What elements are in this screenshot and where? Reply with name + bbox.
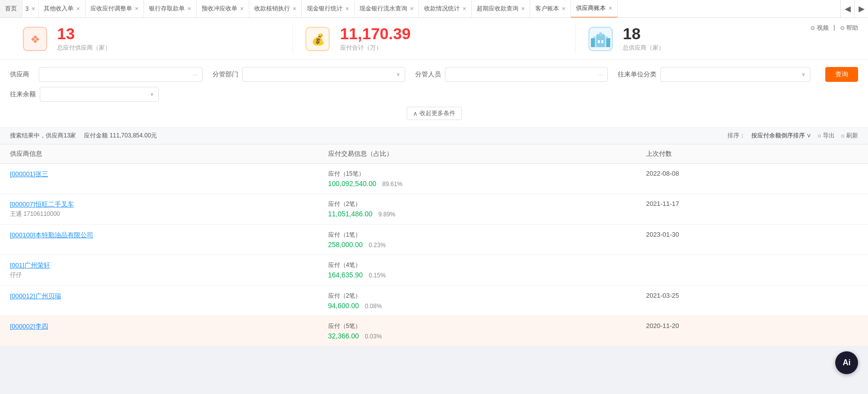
col-header-last-pay: 上次付数 — [646, 149, 858, 158]
payable-percent-4: 0.08% — [365, 303, 382, 310]
sort-select[interactable]: 按应付余额倒序排序 ∨ — [751, 131, 811, 140]
result-text-1: 搜索结果中，供应商13家 — [10, 131, 76, 140]
table: 供应商信息 应付交易信息（占比） 上次付数 [000001]张三 应付（15笔）… — [0, 144, 868, 346]
payable-info-3: 应付（4笔） 164,635.90 0.15% — [328, 261, 647, 279]
nav-item-receipt-stat[interactable]: 收款情况统计 ✕ — [419, 0, 472, 18]
stat-card-payable-suppliers: ❖ 13 总应付供应商（家） — [10, 24, 293, 54]
payable-amount-2[interactable]: 258,000.00 — [328, 241, 363, 249]
payable-percent-0: 89.61% — [382, 181, 403, 188]
svg-rect-10 — [601, 40, 603, 43]
last-pay-2: 2023-01-30 — [646, 231, 858, 238]
result-text-2: 应付金额 111,703,854.00元 — [84, 131, 157, 140]
payable-amount-5[interactable]: 32,366.00 — [328, 332, 359, 340]
nav-label-receipt-stat: 收款情况统计 — [424, 4, 460, 13]
supplier-name-3[interactable]: [001]广州荣轩 — [10, 261, 328, 270]
category-chevron-icon[interactable]: ▼ — [801, 72, 806, 77]
nav-item-cash-bank-flow[interactable]: 现金银行流水查询 ✕ — [355, 0, 419, 18]
dept-input-wrap[interactable]: ▼ — [242, 67, 405, 82]
collapse-button[interactable]: ∧ 收起更多条件 — [407, 107, 462, 120]
nav-label-tab3: 3 — [25, 5, 29, 12]
nav-item-bank-deposit[interactable]: 银行存取款单 ✕ — [144, 0, 197, 18]
export-icon: ○ — [817, 132, 821, 139]
dept-label: 分管部门 — [213, 70, 238, 79]
supplier-name-2[interactable]: [000100]本特勤油品有限公司 — [10, 231, 328, 240]
table-header: 供应商信息 应付交易信息（占比） 上次付数 — [0, 144, 868, 164]
nav-item-other-income[interactable]: 其他收入单 ✕ — [39, 0, 85, 18]
category-input-wrap[interactable]: ▼ — [660, 67, 810, 82]
svg-rect-7 — [606, 38, 610, 47]
export-button[interactable]: ○ 导出 — [817, 131, 835, 140]
supplier-picker-icon[interactable]: ··· — [192, 70, 198, 78]
dept-chevron-icon[interactable]: ▼ — [396, 72, 401, 77]
nav-item-tab3[interactable]: 3 ✕ — [22, 0, 39, 18]
category-field: 往来单位分类 ▼ — [618, 67, 810, 82]
person-input-wrap[interactable]: ··· — [445, 67, 608, 82]
payable-info-2: 应付（1笔） 258,000.00 0.23% — [328, 231, 647, 249]
dept-input[interactable] — [247, 71, 396, 78]
search-button[interactable]: 查询 — [825, 67, 858, 82]
payable-info-0: 应付（15笔） 100,092,540.00 89.61% — [328, 170, 647, 188]
svg-rect-8 — [596, 34, 605, 47]
payable-amount-4[interactable]: 94,600.00 — [328, 302, 359, 310]
refresh-icon: ○ — [841, 132, 845, 139]
nav-item-pre-ar[interactable]: 预收冲应收单 ✕ — [197, 0, 249, 18]
nav-prev-arrow[interactable]: ◀ — [840, 0, 854, 18]
balance-chevron-icon[interactable]: ▼ — [149, 92, 154, 97]
balance-input[interactable] — [44, 91, 149, 98]
refresh-button[interactable]: ○ 刷新 — [841, 131, 858, 140]
top-nav: 首页 3 ✕ 其他收入单 ✕ 应收应付调整单 ✕ 银行存取款单 ✕ 预收冲应收单… — [0, 0, 868, 18]
person-input[interactable] — [449, 71, 597, 78]
payable-count-1: 应付（2笔） — [328, 200, 647, 208]
nav-close-other-income[interactable]: ✕ — [76, 6, 80, 11]
supplier-input-wrap[interactable]: ··· — [39, 67, 203, 82]
nav-item-home[interactable]: 首页 — [0, 0, 22, 18]
nav-close-bank-deposit[interactable]: ✕ — [187, 6, 191, 11]
nav-item-cash-bank-stat[interactable]: 现金银行统计 ✕ — [302, 0, 355, 18]
nav-close-customer-book[interactable]: ✕ — [562, 6, 566, 11]
nav-label-other-income: 其他收入单 — [44, 4, 73, 13]
nav-close-cash-bank-stat[interactable]: ✕ — [345, 6, 349, 11]
supplier-name-5[interactable]: [000002]李四 — [10, 322, 328, 331]
last-pay-0: 2022-08-08 — [646, 170, 858, 177]
nav-close-receipt-stat[interactable]: ✕ — [462, 6, 466, 11]
nav-close-cash-bank-flow[interactable]: ✕ — [410, 6, 414, 11]
supplier-sub-3: 仔仔 — [10, 271, 328, 279]
help-link[interactable]: ⊙ 帮助 — [840, 24, 858, 32]
ai-assistant-button[interactable]: Ai — [835, 351, 858, 374]
nav-close-tab3[interactable]: ✕ — [31, 6, 35, 11]
balance-input-wrap[interactable]: ▼ — [40, 87, 159, 102]
nav-item-receipt-exec[interactable]: 收款核销执行 ✕ — [249, 0, 302, 18]
nav-next-arrow[interactable]: ▶ — [854, 0, 868, 18]
supplier-name-4[interactable]: [000012]广州贝瑞 — [10, 292, 328, 301]
col-header-payable: 应付交易信息（占比） — [328, 149, 647, 158]
payable-info-1: 应付（2笔） 11,051,486.00 9.89% — [328, 200, 647, 218]
svg-rect-9 — [598, 40, 600, 43]
table-row: [000012]广州贝瑞 应付（2笔） 94,600.00 0.08% 2021… — [0, 286, 868, 316]
nav-item-overdue-ar[interactable]: 超期应收款查询 ✕ — [472, 0, 530, 18]
nav-close-receipt-exec[interactable]: ✕ — [292, 6, 296, 11]
nav-item-customer-book[interactable]: 客户账本 ✕ — [530, 0, 571, 18]
nav-close-pre-ar[interactable]: ✕ — [240, 6, 244, 11]
collapse-up-icon: ∧ — [413, 110, 418, 117]
payable-amount-0[interactable]: 100,092,540.00 — [328, 180, 376, 188]
payable-info-4: 应付（2笔） 94,600.00 0.08% — [328, 292, 647, 310]
nav-item-supplier-book[interactable]: 供应商账本 ✕ — [571, 0, 618, 18]
table-row: [001]广州荣轩 仔仔 应付（4笔） 164,635.90 0.15% — [0, 255, 868, 286]
payable-amount-1[interactable]: 11,051,486.00 — [328, 210, 373, 218]
payable-total-label: 应付合计（万） — [340, 44, 411, 52]
person-picker-icon[interactable]: ··· — [597, 70, 603, 78]
supplier-input[interactable] — [43, 71, 192, 78]
nav-close-overdue-ar[interactable]: ✕ — [521, 6, 525, 11]
header-links: ⊙ 视频 | ⊙ 帮助 — [810, 24, 858, 32]
supplier-name-1[interactable]: [000007]恒旺二手叉车 — [10, 200, 328, 209]
category-input[interactable] — [665, 71, 801, 78]
nav-close-ar-ap-adjust[interactable]: ✕ — [135, 6, 139, 11]
nav-item-ar-ap-adjust[interactable]: 应收应付调整单 ✕ — [85, 0, 144, 18]
payable-amount-3[interactable]: 164,635.90 — [328, 271, 363, 279]
video-link[interactable]: ⊙ 视频 — [810, 24, 828, 32]
nav-close-supplier-book[interactable]: ✕ — [608, 5, 612, 11]
stat-card-payable-total: 💰 11,170.39 应付合计（万） — [293, 24, 576, 54]
supplier-name-0[interactable]: [000001]张三 — [10, 170, 328, 179]
search-row-2: 往来余额 ▼ — [10, 87, 858, 102]
payable-total-icon: 💰 — [303, 24, 333, 54]
